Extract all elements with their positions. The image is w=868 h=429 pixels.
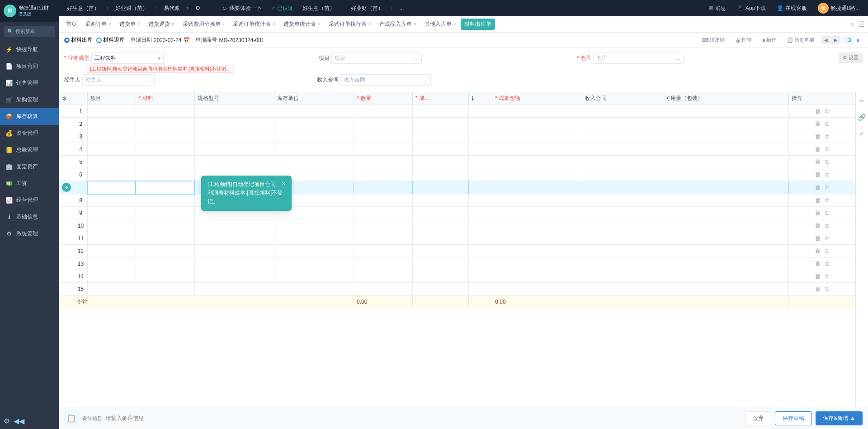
sidebar-item-purchase-mgmt[interactable]: 🛒 采购管理: [0, 91, 59, 108]
row-quantity-15[interactable]: [354, 283, 413, 296]
row-spec-4[interactable]: [194, 143, 274, 156]
row-warehouse-unit-2[interactable]: [274, 118, 354, 130]
row-delete-btn-1[interactable]: 🗑: [813, 107, 822, 115]
row-income-contract-5[interactable]: [582, 156, 662, 168]
good-finance-btn[interactable]: 好业财（苗）: [113, 3, 151, 14]
sidebar-item-fixed-assets[interactable]: 🏢 固定资产: [0, 158, 59, 175]
right-panel-check-icon[interactable]: ✓: [858, 128, 867, 139]
row-cost-amount-15[interactable]: [492, 283, 582, 296]
sidebar-item-basic-info[interactable]: ℹ 基础信息: [0, 209, 59, 225]
row-spec-1[interactable]: [194, 105, 274, 118]
sidebar-item-salary[interactable]: 💵 工资: [0, 175, 59, 192]
row-quantity-8[interactable]: [354, 194, 413, 207]
good-finance2-btn[interactable]: 好业财（苗）: [348, 3, 386, 14]
row-quantity-14[interactable]: [354, 270, 413, 283]
row-copy-btn-6[interactable]: ⧉: [824, 171, 830, 179]
row-copy-btn-15[interactable]: ⧉: [824, 285, 830, 293]
tab-receipt-stats[interactable]: 进货单统计表 ×: [280, 19, 324, 30]
row-cost-amount-6[interactable]: [492, 168, 582, 181]
row-delete-btn-4[interactable]: 🗑: [813, 145, 822, 153]
save-and-new-btn[interactable]: 保存&新增 ▲: [816, 411, 863, 425]
row-cost-amount-4[interactable]: [492, 143, 582, 156]
row-delete-btn-7[interactable]: 🗑: [813, 183, 822, 191]
tab-purchase-expense[interactable]: 采购费用分摊单 ×: [179, 19, 229, 30]
tab-purchase-expense-close[interactable]: ×: [222, 22, 225, 27]
row-warehouse-unit-15[interactable]: [274, 283, 354, 296]
message-btn[interactable]: ✉ 消息: [706, 3, 729, 14]
row-income-contract-4[interactable]: [582, 143, 662, 156]
row-material-12[interactable]: [136, 245, 194, 257]
row-cost-price-6[interactable]: [413, 168, 469, 181]
tab-home[interactable]: 首页: [62, 19, 80, 30]
row-quantity-12[interactable]: [354, 245, 413, 257]
row-cost-amount-9[interactable]: [492, 207, 582, 219]
row-material-2[interactable]: [136, 118, 194, 130]
view-form-btn[interactable]: ⊞: [844, 36, 854, 44]
row-copy-btn-8[interactable]: ⧉: [824, 196, 830, 205]
collapse-icon[interactable]: ◀◀: [14, 417, 24, 425]
row-cost-price-10[interactable]: [413, 219, 469, 232]
row-income-contract-7[interactable]: [582, 181, 662, 194]
row-project-14[interactable]: [88, 270, 136, 283]
row-cost-amount-13[interactable]: [492, 257, 582, 270]
tab-close-icon[interactable]: ×: [850, 20, 854, 29]
row-material-11[interactable]: [136, 232, 194, 245]
row-project-15[interactable]: [88, 283, 136, 296]
radio-material-return[interactable]: 材料退库: [96, 36, 125, 44]
settings-icon[interactable]: ⚙: [4, 417, 10, 425]
row-project-4[interactable]: [88, 143, 136, 156]
row-income-contract-2[interactable]: [582, 118, 662, 130]
row-cost-price-7[interactable]: [413, 181, 469, 194]
row-project-5[interactable]: [88, 156, 136, 168]
row-quantity-5[interactable]: [354, 156, 413, 168]
topbar-settings-btn[interactable]: ⚙: [193, 4, 203, 13]
tab-purchase-stats[interactable]: 采购订单统计表 ×: [229, 19, 279, 30]
row-quantity-10[interactable]: [354, 219, 413, 232]
discard-btn[interactable]: 放弃: [745, 411, 771, 425]
row-delete-btn-9[interactable]: 🗑: [813, 209, 822, 217]
row-material-7[interactable]: [136, 181, 194, 194]
actions-btn[interactable]: ≡ 操作: [759, 35, 779, 45]
row-quantity-3[interactable]: [354, 130, 413, 143]
row-spec-13[interactable]: [194, 257, 274, 270]
easy-account-btn[interactable]: 易代账: [161, 3, 183, 14]
shortcut-key-btn[interactable]: ⌨ 快捷键: [698, 35, 728, 45]
row-spec-2[interactable]: [194, 118, 274, 130]
row-cost-price-15[interactable]: [413, 283, 469, 296]
row-cost-amount-14[interactable]: [492, 270, 582, 283]
sidebar-item-sales-mgmt[interactable]: 📊 销售管理: [0, 75, 59, 91]
row-cost-price-3[interactable]: [413, 130, 469, 143]
tab-purchase-receipt[interactable]: 进货单 ×: [116, 19, 144, 30]
row-cost-price-2[interactable]: [413, 118, 469, 130]
row-copy-btn-11[interactable]: ⧉: [824, 234, 830, 243]
row-cost-price-11[interactable]: [413, 232, 469, 245]
row-warehouse-unit-13[interactable]: [274, 257, 354, 270]
tab-purchase-exec-close[interactable]: ×: [368, 22, 371, 27]
row-cost-price-9[interactable]: [413, 207, 469, 219]
tab-other-instock-close[interactable]: ×: [453, 22, 456, 27]
row-warehouse-unit-5[interactable]: [274, 156, 354, 168]
row-copy-btn-5[interactable]: ⧉: [824, 158, 830, 166]
row-copy-btn-12[interactable]: ⧉: [824, 247, 830, 255]
row-copy-btn-4[interactable]: ⧉: [824, 145, 830, 153]
row-copy-btn-2[interactable]: ⧉: [824, 120, 830, 128]
row-delete-btn-3[interactable]: 🗑: [813, 133, 822, 141]
row-cost-price-5[interactable]: [413, 156, 469, 168]
row-material-6[interactable]: [136, 168, 194, 181]
tab-purchase-return-close[interactable]: ×: [172, 22, 175, 27]
nav-next-btn[interactable]: ▶: [831, 36, 840, 44]
print-btn[interactable]: 🖨 打印: [732, 35, 755, 45]
row-income-contract-14[interactable]: [582, 270, 662, 283]
row-quantity-2[interactable]: [354, 118, 413, 130]
row-project-13[interactable]: [88, 257, 136, 270]
notes-input[interactable]: [106, 415, 740, 421]
calendar-icon[interactable]: 📅: [183, 37, 190, 43]
row-cost-price-4[interactable]: [413, 143, 469, 156]
warehouse-input[interactable]: 仓库 ...: [593, 52, 684, 64]
col-gear[interactable]: ⚙: [59, 92, 74, 105]
row-delete-btn-13[interactable]: 🗑: [813, 260, 822, 268]
sidebar-item-quick-nav[interactable]: ⚡ 快捷导航: [0, 41, 59, 58]
sidebar-item-business-mgmt[interactable]: 📈 经营管理: [0, 192, 59, 209]
user-menu-btn[interactable]: 畅 畅捷通8路...: [815, 1, 863, 15]
tab-menu-icon[interactable]: ☰: [858, 20, 864, 29]
